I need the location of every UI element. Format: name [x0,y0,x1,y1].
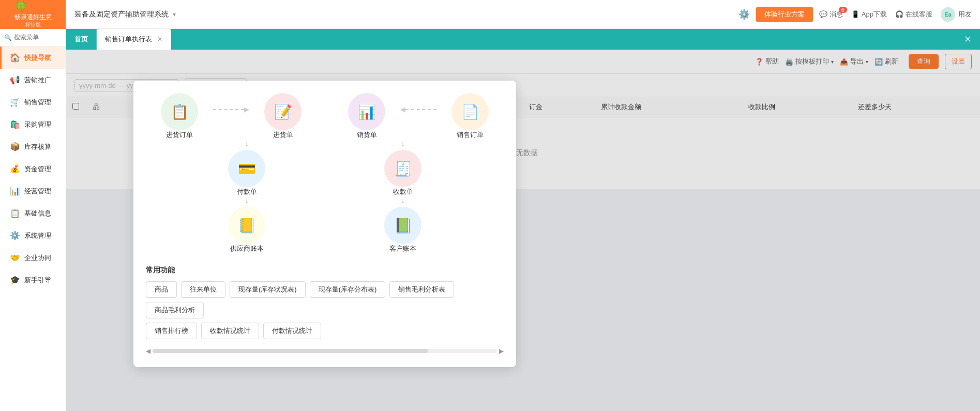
tab-sales-order-exec[interactable]: 销售订单执行表 ✕ [97,29,171,50]
topbar: 装备及固定资产辅助管理系统 ▾ ⚙️ 体验行业方案 💬 消息 6 📱 App下载… [66,0,980,29]
sidebar-item-label: 新手引导 [24,276,51,285]
popup-overlay[interactable]: 📋 进货订单 ▶ [66,50,980,411]
flow-sales-order[interactable]: 📄 销售订单 [436,93,504,140]
sales-icon: 🛒 [10,97,20,107]
sidebar-item-label: 基础信息 [24,209,51,218]
common-btn-1[interactable]: 往来单位 [181,281,225,298]
common-btn-4[interactable]: 销售毛利分析表 [389,281,454,298]
sidebar-item-operation[interactable]: 📊 经营管理 [0,180,66,202]
flow-payment[interactable]: ↓ 💳 付款单 [213,140,280,196]
content-area: ❓ 帮助 🖨️ 按模板打印 ▾ 📤 导出 ▾ 🔄 [66,50,980,411]
customer-icon: 📗 [394,217,412,234]
sidebar-item-newbie[interactable]: 🎓 新手引导 [0,269,66,291]
common-btn-7[interactable]: 收款情况统计 [201,323,259,339]
sidebar-item-label: 销售管理 [24,98,51,107]
trial-button[interactable]: 体验行业方案 [756,7,813,22]
flow-supplier[interactable]: ↓ 📒 供应商账本 [213,196,280,253]
system-icon: ⚙️ [10,231,20,240]
down-arrow-receipt: ↓ [401,140,405,148]
sidebar-search[interactable]: 🔍 搜索菜单 [0,29,66,47]
common-btn-0[interactable]: 商品 [146,281,177,298]
common-btns-row1: 商品 往来单位 现存量(库存状况表) 现存量(库存分布表) 销售毛利分析表 商品… [146,281,504,318]
app-download-btn[interactable]: 📱 App下载 [851,10,887,19]
popup-scrollbar-row: ◀ ▶ [146,347,504,355]
receipt-label: 收款单 [393,187,413,196]
user-menu-btn[interactable]: Ea 用友 [941,7,972,22]
sales-order-label: 销售订单 [457,130,484,140]
sidebar-item-enterprise[interactable]: 🤝 企业协同 [0,247,66,269]
customer-circle: 📗 [384,207,421,244]
tab-home[interactable]: 首页 [66,29,97,50]
tab-home-label: 首页 [74,35,88,44]
logo-subtitle: 标惊版 [14,21,52,28]
flow-purchase-order[interactable]: 📋 进货订单 [146,93,213,140]
down-arrow-payment: ↓ [245,140,249,148]
payment-icon: 💳 [238,160,256,177]
sidebar-item-quick-nav[interactable]: 🏠 快捷导航 [0,47,66,69]
arrow-left-icon: ◀ [400,105,405,113]
sidebar-item-marketing[interactable]: 📢 营销推广 [0,69,66,91]
topbar-title: 装备及固定资产辅助管理系统 ▾ [74,10,732,19]
dashed-line2 [405,109,436,110]
search-label: 搜索菜单 [14,33,39,42]
scroll-left-icon[interactable]: ◀ [146,347,150,355]
common-btns-row2: 销售排行榜 收款情况统计 付款情况统计 [146,323,504,339]
sidebar-item-sales[interactable]: 🛒 销售管理 [0,91,66,113]
operation-icon: 📊 [10,186,20,196]
close-main-icon[interactable]: ✕ [956,34,980,44]
marketing-icon: 📢 [10,75,20,85]
enterprise-icon: 🤝 [10,253,20,263]
purchase-bill-circle: 📝 [264,93,301,130]
sidebar-item-label: 营销推广 [24,75,51,85]
sales-bill-circle: 📊 [348,93,385,130]
sidebar-item-system[interactable]: ⚙️ 系统管理 [0,224,66,247]
support-icon: 🎧 [895,10,903,18]
message-btn[interactable]: 💬 消息 6 [819,10,843,19]
purchase-bill-icon: 📝 [274,103,292,120]
scrollbar-track[interactable] [153,349,497,353]
flow-row-3: ↓ 📒 供应商账本 ↓ 📗 [146,196,504,253]
sidebar-item-finance[interactable]: 💰 资金管理 [0,158,66,180]
dropdown-arrow-icon[interactable]: ▾ [173,11,176,18]
sales-bill-icon: 📊 [358,103,376,120]
flow-purchase-bill[interactable]: 📝 进货单 [249,93,316,140]
home-icon: 🏠 [10,53,20,63]
main-area: 装备及固定资产辅助管理系统 ▾ ⚙️ 体验行业方案 💬 消息 6 📱 App下载… [66,0,980,411]
common-btn-6[interactable]: 销售排行榜 [146,323,197,339]
flow-sales-bill[interactable]: 📊 销货单 [333,93,400,140]
topbar-right: 💬 消息 6 📱 App下载 🎧 在线客服 Ea 用友 [819,7,972,22]
flow-row-1: 📋 进货订单 ▶ [146,93,504,140]
scroll-right-icon[interactable]: ▶ [499,347,504,355]
purchase-order-label: 进货订单 [166,130,193,140]
flow-customer[interactable]: ↓ 📗 客户账本 [369,196,436,253]
sales-order-icon: 📄 [461,103,479,120]
sidebar-item-label: 系统管理 [24,231,51,240]
dashed-line [213,109,244,110]
common-btn-5[interactable]: 商品毛利分析 [146,302,204,318]
common-btn-2[interactable]: 现存量(库存状况表) [230,281,306,298]
sidebar-item-label: 快捷导航 [24,53,51,63]
system-name: 装备及固定资产辅助管理系统 [74,10,169,19]
flow-chart: 📋 进货订单 ▶ [146,93,504,253]
sidebar-item-inventory[interactable]: 📦 库存核算 [0,135,66,158]
settings-icon[interactable]: ⚙️ [738,9,750,20]
flow-receipt[interactable]: ↓ 🧾 收款单 [369,140,436,196]
tab-close-icon[interactable]: ✕ [157,36,162,43]
sidebar-nav: 🏠 快捷导航 📢 营销推广 🛒 销售管理 🛍️ 采购管理 📦 库存核算 💰 [0,47,66,411]
sales-bill-label: 销货单 [357,130,377,140]
common-btn-3[interactable]: 现存量(库存分布表) [310,281,386,298]
common-btn-8[interactable]: 付款情况统计 [263,323,321,339]
logo-text: 畅康通好生意 [14,13,52,22]
flow-row-2: ↓ 💳 付款单 ↓ 🧾 [146,140,504,196]
sidebar-item-basic[interactable]: 📋 基础信息 [0,202,66,224]
sales-order-circle: 📄 [451,93,489,130]
tab-close-main[interactable]: ✕ [956,34,980,45]
inventory-icon: 📦 [10,142,20,151]
down-arrow-supplier: ↓ [245,196,249,205]
sidebar-item-label: 采购管理 [24,120,51,129]
scrollbar-thumb[interactable] [153,349,428,353]
support-btn[interactable]: 🎧 在线客服 [895,10,932,19]
basic-icon: 📋 [10,208,20,218]
sidebar-item-purchase[interactable]: 🛍️ 采购管理 [0,113,66,135]
app-label: App下载 [862,10,887,19]
